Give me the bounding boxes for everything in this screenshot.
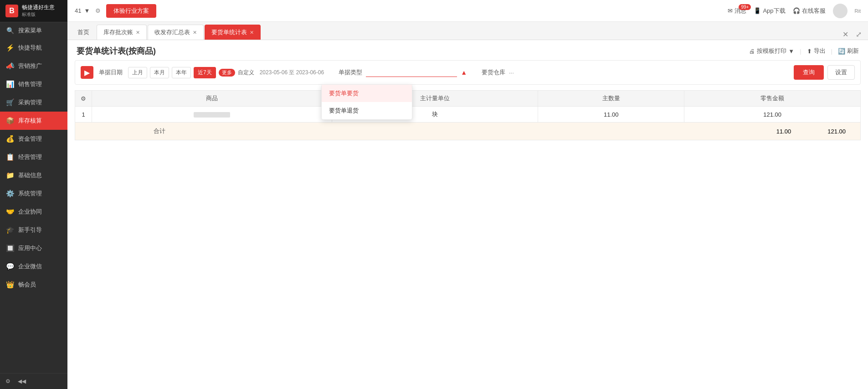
tab-collect-summary-close[interactable]: ✕ — [193, 30, 197, 36]
sidebar-item-purchase[interactable]: 🛒 采购管理 — [0, 93, 67, 112]
app-download-label: App下载 — [763, 7, 785, 15]
tab-requisition-stats[interactable]: 要货单统计表 ✕ — [205, 25, 261, 40]
page-header: 要货单统计表(按商品) 🖨 按模板打印 ▼ | ⬆ 导出 | 🔄 刷新 — [67, 40, 868, 60]
sidebar-item-search[interactable]: 🔍 搜索菜单 — [0, 22, 67, 39]
sidebar-item-label: 基础信息 — [18, 171, 42, 179]
topbar: 41 ▼ ⚙ 体验行业方案 ✉ 消息 99+ 📱 App下载 🎧 在线客服 Ri… — [67, 0, 868, 22]
sidebar-item-label: 系统管理 — [18, 189, 42, 198]
app-sub: 标准版 — [22, 11, 55, 18]
gear-icon[interactable]: ⚙ — [5, 378, 10, 384]
footer-label: 合计 — [154, 127, 165, 135]
filter-expand-button[interactable]: ▶ — [81, 66, 93, 79]
sidebar-item-label: 应用中心 — [18, 244, 42, 252]
sidebar-item-operations[interactable]: 📋 经营管理 — [0, 148, 67, 166]
warehouse-label: 要货仓库 — [482, 68, 505, 77]
sidebar-item-label: 经营管理 — [18, 153, 42, 161]
sidebar-item-label: 营销推广 — [18, 62, 42, 70]
sidebar-item-label: 搜索菜单 — [18, 26, 42, 35]
logo-icon: B — [5, 5, 18, 17]
row-quantity: 11.00 — [538, 107, 684, 123]
purchase-icon: 🛒 — [5, 98, 15, 107]
settings-button[interactable]: 设置 — [827, 65, 855, 80]
sidebar-item-finance[interactable]: 💰 资金管理 — [0, 130, 67, 148]
sidebar-item-enterprise[interactable]: 🤝 企业协同 — [0, 203, 67, 221]
date-btn-last-7-days[interactable]: 近7天 — [194, 67, 216, 78]
row-index: 1 — [75, 107, 92, 123]
filter-right: 查询 设置 — [794, 65, 855, 80]
dropdown-item-requisition-order[interactable]: 要货单要货 — [322, 85, 412, 102]
export-button[interactable]: ⬆ 导出 — [807, 47, 826, 55]
sidebar-item-system[interactable]: ⚙️ 系统管理 — [0, 184, 67, 203]
finance-icon: 💰 — [5, 134, 15, 143]
enterprise-icon: 🤝 — [5, 207, 15, 216]
export-label: 导出 — [814, 47, 826, 55]
sidebar-item-sales[interactable]: 📊 销售管理 — [0, 75, 67, 93]
sidebar-item-marketing[interactable]: 📣 营销推广 — [0, 57, 67, 75]
sidebar-item-label: 库存核算 — [18, 117, 42, 125]
workspace-chevron-icon: ▼ — [84, 7, 90, 14]
export-icon: ⬆ — [807, 48, 812, 55]
tab-inventory-batch-close[interactable]: ✕ — [136, 30, 140, 36]
tab-home[interactable]: 首页 — [71, 25, 96, 40]
table-footer: 合计 11.00 121.00 — [75, 123, 861, 140]
table-row: 1 块 11.00 121.00 — [75, 107, 861, 123]
content-area: 要货单统计表(按商品) 🖨 按模板打印 ▼ | ⬆ 导出 | 🔄 刷新 — [67, 40, 868, 389]
refresh-label: 刷新 — [847, 47, 859, 55]
messages-button[interactable]: ✉ 消息 99+ — [728, 7, 746, 15]
tab-maximize-button[interactable]: ⤢ — [853, 29, 864, 40]
date-range-display: 2023-05-06 至 2023-06-06 — [260, 69, 324, 77]
print-chevron-icon: ▼ — [788, 48, 794, 55]
avatar[interactable] — [833, 4, 847, 18]
messages-badge: 99+ — [739, 4, 751, 10]
search-icon: 🔍 — [5, 26, 15, 35]
sales-icon: 📊 — [5, 80, 15, 89]
sidebar: B 畅捷通好生意 标准版 🔍 搜索菜单 ⚡ 快捷导航 📣 营销推广 📊 销售管理… — [0, 0, 67, 389]
type-chevron-icon[interactable]: ▲ — [461, 69, 467, 76]
sidebar-item-label: 快捷导航 — [18, 44, 42, 52]
table-header-gear[interactable]: ⚙ — [75, 91, 92, 107]
dropdown-item-requisition-return[interactable]: 要货单退货 — [322, 102, 412, 119]
sidebar-item-label: 企业协同 — [18, 208, 42, 216]
sidebar-item-wechat[interactable]: 💬 企业微信 — [0, 257, 67, 276]
members-icon: 👑 — [5, 280, 15, 289]
sidebar-item-quick-nav[interactable]: ⚡ 快捷导航 — [0, 39, 67, 57]
sidebar-item-guide[interactable]: 🎓 新手引导 — [0, 221, 67, 239]
app-center-icon: 🔲 — [5, 244, 15, 253]
app-download-button[interactable]: 📱 App下载 — [754, 7, 785, 15]
app-name: 畅捷通好生意 — [22, 4, 55, 11]
promo-button[interactable]: 体验行业方案 — [106, 4, 156, 18]
footer-amount: 121.00 — [827, 128, 846, 135]
sidebar-item-members[interactable]: 👑 畅会员 — [0, 276, 67, 294]
download-icon: 📱 — [754, 7, 761, 14]
gear-settings-icon[interactable]: ⚙ — [95, 7, 101, 14]
tab-collect-summary[interactable]: 收发存汇总表 ✕ — [148, 25, 204, 40]
date-btn-last-month[interactable]: 上月 — [128, 67, 147, 78]
print-button[interactable]: 🖨 按模板打印 ▼ — [749, 47, 794, 55]
sidebar-item-inventory[interactable]: 📦 库存核算 — [0, 112, 67, 130]
workspace-selector[interactable]: 41 ▼ — [75, 7, 90, 14]
message-icon: ✉ — [728, 7, 733, 14]
warehouse-more-icon[interactable]: ··· — [509, 69, 514, 76]
tab-requisition-stats-close[interactable]: ✕ — [250, 30, 254, 36]
query-button[interactable]: 查询 — [794, 65, 824, 80]
sidebar-item-base-info[interactable]: 📁 基础信息 — [0, 166, 67, 184]
date-more-badge[interactable]: 更多 — [219, 69, 235, 77]
tab-close-all-button[interactable]: ✕ — [840, 29, 851, 40]
filter-date-group: 上月 本月 本年 近7天 更多 自定义 — [128, 67, 254, 78]
sidebar-item-label: 资金管理 — [18, 135, 42, 143]
main-area: 41 ▼ ⚙ 体验行业方案 ✉ 消息 99+ 📱 App下载 🎧 在线客服 Ri… — [67, 0, 868, 389]
sidebar-item-label: 采购管理 — [18, 98, 42, 107]
tabs-bar: 首页 库存批次账 ✕ 收发存汇总表 ✕ 要货单统计表 ✕ ✕ ⤢ — [67, 22, 868, 40]
service-icon: 🎧 — [793, 7, 800, 14]
date-btn-this-year[interactable]: 本年 — [172, 67, 191, 78]
tab-inventory-batch[interactable]: 库存批次账 ✕ — [97, 25, 147, 40]
date-btn-this-month[interactable]: 本月 — [150, 67, 169, 78]
date-custom-btn[interactable]: 自定义 — [238, 69, 254, 77]
online-service-button[interactable]: 🎧 在线客服 — [793, 7, 826, 15]
sidebar-item-app-center[interactable]: 🔲 应用中心 — [0, 239, 67, 257]
tab-inventory-batch-label: 库存批次账 — [103, 28, 133, 36]
refresh-button[interactable]: 🔄 刷新 — [838, 47, 859, 55]
type-input[interactable] — [366, 68, 457, 77]
row-amount: 121.00 — [684, 107, 861, 123]
collapse-icon[interactable]: ◀◀ — [18, 378, 26, 384]
